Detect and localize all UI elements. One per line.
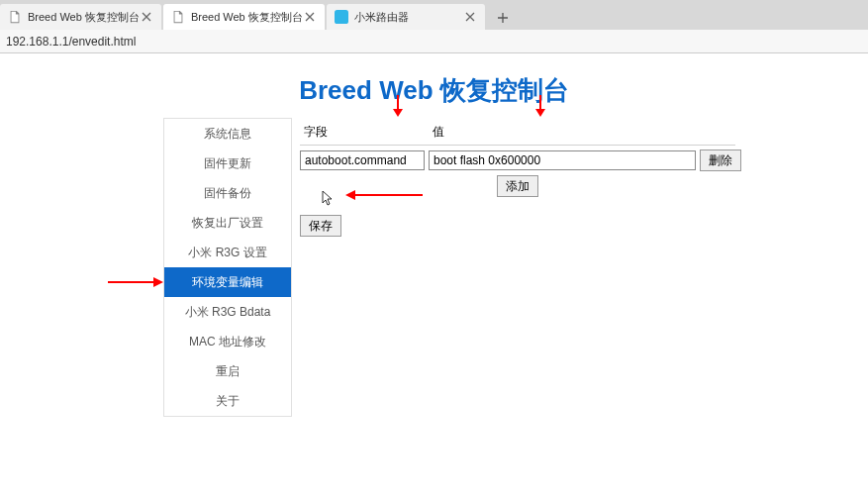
- sidebar-item-factory-reset[interactable]: 恢复出厂设置: [164, 208, 291, 238]
- browser-tab-0[interactable]: Breed Web 恢复控制台: [0, 4, 161, 30]
- page-icon: [8, 10, 22, 24]
- sidebar-item-env-edit[interactable]: 环境变量编辑: [164, 267, 291, 297]
- sidebar-item-sysinfo[interactable]: 系统信息: [164, 119, 291, 149]
- annotation-arrow: [108, 275, 167, 289]
- annotation-arrow: [341, 188, 423, 202]
- annotation-arrow: [391, 95, 405, 123]
- new-tab-button[interactable]: [491, 6, 515, 30]
- delete-button[interactable]: 删除: [700, 149, 741, 171]
- field-input[interactable]: [300, 150, 425, 170]
- sidebar-item-mac-edit[interactable]: MAC 地址修改: [164, 327, 291, 356]
- sidebar-item-r3g-bdata[interactable]: 小米 R3G Bdata: [164, 297, 291, 327]
- tab-title: Breed Web 恢复控制台: [191, 10, 303, 25]
- address-bar[interactable]: 192.168.1.1/envedit.html: [0, 30, 868, 53]
- browser-tab-1[interactable]: Breed Web 恢复控制台: [163, 4, 325, 30]
- field-header: 字段: [300, 124, 429, 141]
- browser-tab-bar: Breed Web 恢复控制台 Breed Web 恢复控制台 小米路由器: [0, 0, 868, 30]
- tab-title: 小米路由器: [354, 10, 463, 25]
- sidebar-item-about[interactable]: 关于: [164, 386, 291, 416]
- value-input[interactable]: [429, 150, 696, 170]
- url-text: 192.168.1.1/envedit.html: [6, 35, 136, 49]
- page-title: Breed Web 恢复控制台: [0, 73, 868, 108]
- sidebar-item-r3g-settings[interactable]: 小米 R3G 设置: [164, 238, 291, 267]
- sidebar: 系统信息 固件更新 固件备份 恢复出厂设置 小米 R3G 设置 环境变量编辑 小…: [163, 118, 292, 417]
- save-button[interactable]: 保存: [300, 215, 341, 237]
- browser-tab-2[interactable]: 小米路由器: [327, 4, 485, 30]
- close-icon[interactable]: [140, 10, 153, 24]
- annotation-arrow: [533, 95, 547, 123]
- close-icon[interactable]: [463, 10, 477, 24]
- tab-title: Breed Web 恢复控制台: [28, 10, 140, 25]
- add-button[interactable]: 添加: [497, 175, 538, 197]
- value-header: 值: [429, 124, 706, 141]
- mi-icon: [335, 10, 348, 24]
- sidebar-item-firmware-update[interactable]: 固件更新: [164, 149, 291, 178]
- sidebar-item-reboot[interactable]: 重启: [164, 356, 291, 386]
- sidebar-item-firmware-backup[interactable]: 固件备份: [164, 178, 291, 208]
- cursor-icon: [321, 191, 335, 207]
- svg-rect-0: [335, 10, 348, 24]
- form-header: 字段 值: [300, 120, 735, 146]
- main-content: 字段 值 删除 添加 保存: [300, 118, 868, 417]
- close-icon[interactable]: [303, 10, 317, 24]
- page-icon: [171, 10, 185, 24]
